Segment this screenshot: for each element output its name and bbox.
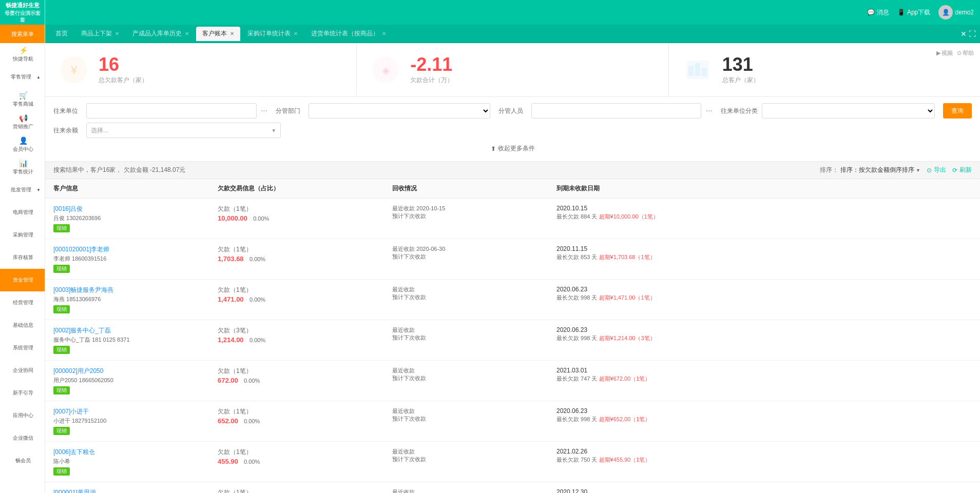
sidebar-item-system[interactable]: 系统管理	[0, 337, 45, 359]
filter-dept-select[interactable]	[309, 103, 490, 119]
debt-amount-row-1: 1,703.68 0.00%	[218, 255, 392, 263]
newbie-label: 新手引导	[13, 389, 33, 397]
video-help-btn[interactable]: ▶ 视频	[936, 49, 953, 57]
tab-product-history[interactable]: 产成品入库单历史 ✕	[126, 27, 195, 41]
app-logo: 畅捷通好生意 母婴行业演示套套	[0, 0, 45, 25]
tab-purchase-by-product[interactable]: 进货单统计表（按商品） ✕	[305, 27, 392, 41]
sidebar-item-ecommerce[interactable]: 电商管理	[0, 201, 45, 224]
overdue-link-0[interactable]: 超期¥10,000.00（1笔）	[599, 213, 659, 220]
sidebar-item-retail-stats[interactable]: 📊 零售统计	[0, 156, 45, 179]
stat-card-debt-total: ◈ -2.11 欠款合计（万）	[357, 43, 668, 96]
sidebar-item-inventory[interactable]: 库存核算	[0, 246, 45, 269]
content-area: ¥ 16 总欠款客户（家） ◈	[45, 43, 980, 493]
customer-name-2[interactable]: [0003]畅捷服务尹海燕	[53, 286, 218, 294]
debt-amount-1[interactable]: 1,703.68	[218, 255, 244, 263]
last-payment-3: 最近收款	[392, 326, 556, 334]
tab-product-history-close[interactable]: ✕	[185, 31, 189, 36]
debt-amount-row-5: 652.00 0.00%	[218, 417, 392, 425]
tab-customer-account[interactable]: 客户账本 ✕	[196, 27, 240, 41]
filter-balance-select[interactable]: 选择... ▼	[86, 123, 281, 138]
filter-unit-input[interactable]	[86, 103, 257, 119]
sidebar-item-wecom[interactable]: 企业微信	[0, 427, 45, 449]
overdue-days-5: 最长欠款 998 天 超期¥652.00（1笔）	[556, 416, 972, 423]
overdue-link-6[interactable]: 超期¥455.90（1笔）	[599, 457, 651, 463]
customer-name-5[interactable]: [0007]小进干	[53, 407, 218, 416]
debt-amount-3[interactable]: 1,214.00	[218, 336, 244, 344]
sidebar-item-basic-info[interactable]: 基础信息	[0, 314, 45, 337]
customer-name-1[interactable]: [0001020001]李老师	[53, 245, 218, 254]
sidebar-item-member[interactable]: 👤 会员中心	[0, 133, 45, 156]
overdue-days-2: 最长欠款 998 天 超期¥1,471.00（1笔）	[556, 294, 972, 302]
sidebar-item-quick-nav[interactable]: ⚡ 快捷导航	[0, 43, 45, 66]
due-date-3: 2020.06.23	[556, 326, 972, 333]
table-row: [0001020001]李老师 李老师 18600391516 现销 欠款（1笔…	[45, 239, 980, 280]
sidebar-item-finance[interactable]: 资金管理	[0, 269, 45, 291]
debt-amount-2[interactable]: 1,471.00	[218, 295, 244, 303]
filter-category-select[interactable]	[762, 103, 935, 119]
tabs-expand[interactable]: ⛶	[969, 30, 976, 38]
overdue-link-5[interactable]: 超期¥652.00（1笔）	[599, 416, 651, 422]
sidebar-item-batch-mgmt[interactable]: 批发管理 ▼	[0, 179, 45, 201]
tab-customer-account-close[interactable]: ✕	[230, 31, 234, 36]
customer-name-7[interactable]: [000001]黄思源	[53, 488, 218, 493]
refresh-btn[interactable]: ⟳ 刷新	[952, 166, 972, 174]
table-row: [0006]去下粮仓 陈小希 现销 欠款（1笔） 455.90 0.00% 最近…	[45, 442, 980, 482]
tab-customer-account-label: 客户账本	[202, 29, 227, 38]
due-info-5: 2020.06.23 最长欠款 998 天 超期¥652.00（1笔）	[556, 407, 972, 424]
sidebar-item-business[interactable]: 经营管理	[0, 291, 45, 314]
sidebar-item-apps[interactable]: 应用中心	[0, 404, 45, 427]
message-btn[interactable]: 💬 消息	[867, 8, 889, 17]
tab-purchase-summary[interactable]: 采购订单统计表 ✕	[241, 27, 304, 41]
debt-info-5: 欠款（1笔） 652.00 0.00%	[218, 407, 392, 425]
tab-home[interactable]: 首页	[49, 27, 74, 41]
sidebar-item-purchase[interactable]: 采购管理	[0, 224, 45, 246]
customer-name-0[interactable]: [0016]吕俊	[53, 205, 218, 213]
overdue-link-2[interactable]: 超期¥1,471.00（1笔）	[599, 294, 656, 301]
sidebar-item-newbie[interactable]: 新手引导	[0, 382, 45, 404]
result-summary-text: 搜索结果中，客户16家	[53, 166, 116, 173]
tab-product-off[interactable]: 商品上下架 ✕	[75, 27, 125, 41]
export-btn[interactable]: ⊙ 导出	[927, 166, 946, 174]
search-button[interactable]: 查询	[943, 103, 972, 119]
customer-info-1: [0001020001]李老师 李老师 18600391516 现销	[53, 245, 218, 273]
last-payment-0: 最近收款 2020-10-15	[392, 205, 556, 212]
filter-item-category: 往来单位分类	[721, 103, 935, 119]
recovery-info-3: 最近收款 预计下次收款	[392, 326, 556, 342]
next-payment-3: 预计下次收款	[392, 334, 556, 342]
overdue-link-3[interactable]: 超期¥1,214.00（3笔）	[599, 335, 656, 341]
sidebar-item-retail-mgmt[interactable]: 零售管理 ▲	[0, 66, 45, 88]
sidebar-item-retail-mall[interactable]: 🛒 零售商城	[0, 88, 45, 111]
help-icon: ⊙	[957, 50, 962, 56]
app-download-btn[interactable]: 📱 App下载	[897, 8, 930, 17]
search-menu-item[interactable]: 搜索菜单	[0, 25, 45, 43]
sidebar-item-enterprise[interactable]: 企业协同	[0, 359, 45, 382]
help-btn[interactable]: ⊙ 帮助	[957, 49, 974, 57]
debt-amount-5[interactable]: 652.00	[218, 417, 238, 425]
filter-person-dots[interactable]: ···	[705, 106, 712, 115]
tab-product-off-close[interactable]: ✕	[115, 31, 119, 36]
table-header: 客户信息 欠款交易信息（占比） 回收情况 到期未收款日期	[45, 179, 980, 199]
sidebar-item-member2[interactable]: 畅会员	[0, 449, 45, 472]
sort-select[interactable]: 排序：按欠款金额倒序排序	[840, 166, 914, 173]
debt-amount-6[interactable]: 455.90	[218, 458, 238, 465]
tab-purchase-by-product-close[interactable]: ✕	[382, 31, 386, 36]
overdue-link-1[interactable]: 超期¥1,703.68（1笔）	[599, 254, 656, 260]
total-customers-label: 总客户（家）	[722, 76, 968, 85]
tab-purchase-by-product-label: 进货单统计表（按商品）	[311, 29, 379, 38]
tabs-close-all[interactable]: ✕	[960, 30, 967, 38]
sidebar-item-marketing[interactable]: 📢 营销推广	[0, 111, 45, 133]
overdue-link-4[interactable]: 超期¥672.00（1笔）	[599, 376, 651, 382]
customer-name-6[interactable]: [0006]去下粮仓	[53, 448, 218, 457]
collapse-btn[interactable]: ⬆ 收起更多条件	[53, 142, 972, 155]
customer-tag-4: 现销	[53, 386, 70, 395]
filter-person-input[interactable]	[531, 103, 702, 119]
debt-amount-4[interactable]: 672.00	[218, 377, 238, 384]
debt-amount-0[interactable]: 10,000.00	[218, 214, 247, 222]
debt-count-4: 欠款（1笔）	[218, 367, 392, 376]
filter-unit-dots[interactable]: ···	[261, 106, 267, 115]
customer-name-4[interactable]: [000002]用户2050	[53, 367, 218, 376]
user-avatar-btn[interactable]: 👤 demo2	[938, 5, 974, 19]
tab-purchase-summary-close[interactable]: ✕	[294, 31, 298, 36]
customer-name-3[interactable]: [0002]服务中心_丁磊	[53, 326, 218, 335]
debt-count-5: 欠款（1笔）	[218, 407, 392, 416]
